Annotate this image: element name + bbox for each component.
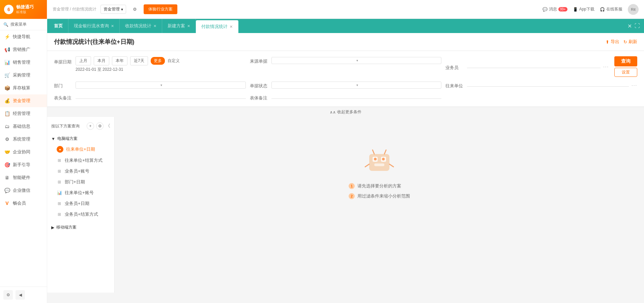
tab-close-receivables[interactable]: ✕	[153, 24, 156, 28]
query-btn[interactable]: 查询	[614, 56, 637, 66]
tab-maximize-btn[interactable]: ⛶	[635, 23, 640, 29]
user-avatar[interactable]: Rit	[628, 4, 639, 15]
body-note-filter: 表体备注	[250, 93, 442, 101]
source-label: 来源单据	[250, 56, 269, 64]
trial-btn[interactable]: 体验行业方案	[144, 4, 177, 14]
sidebar-item-system[interactable]: ⚙ 系统管理	[0, 133, 47, 146]
add-scheme-btn[interactable]: +	[87, 122, 94, 130]
messages-btn[interactable]: 💬 消息 99+	[543, 6, 567, 12]
body-note-label: 表体备注	[250, 93, 269, 101]
sidebar-item-beginner[interactable]: 🎯 新手引导	[0, 158, 47, 171]
empty-illustration	[362, 144, 396, 178]
sidebar-item-purchase[interactable]: 🛒 采购管理	[0, 69, 47, 82]
tab-receivables[interactable]: 收款情况统计 ✕	[120, 19, 162, 33]
sidebar-item-member[interactable]: V 畅会员	[0, 197, 47, 210]
pc-section-arrow-icon: ▼	[51, 137, 55, 141]
funds-icon: 💰	[4, 98, 10, 104]
empty-tip-2: 2 用过滤条件来缩小分析范围	[349, 192, 410, 201]
topbar-actions: 💬 消息 99+ 📱 App下载 🎧 在线客服 Rit	[543, 4, 639, 15]
table-icon-5: ⊞	[57, 212, 62, 217]
refresh-btn[interactable]: ↻ 刷新	[623, 39, 637, 45]
sidebar-item-operations[interactable]: 📋 经营管理	[0, 107, 47, 120]
sidebar-item-basic-info[interactable]: 🗂 基础信息	[0, 120, 47, 133]
scheme-item-salesperson-account[interactable]: ⊞ 业务员+账号	[47, 166, 114, 177]
collapse-more-btn[interactable]: ∧∧ 收起更多条件	[47, 107, 644, 117]
tab-home[interactable]: 首页	[49, 19, 68, 33]
sidebar-settings-btn[interactable]: ⚙	[3, 290, 13, 300]
export-btn[interactable]: ⬆ 导出	[606, 39, 619, 45]
body-note-input[interactable]	[271, 96, 442, 99]
date-7days-btn[interactable]: 近7天	[130, 56, 148, 65]
mobile-section-title[interactable]: ▶ 移动端方案	[47, 222, 114, 232]
date-label: 单据日期	[54, 57, 73, 65]
tab-close-payments[interactable]: ✕	[230, 25, 233, 29]
date-range-display: 2022-01-01 至 2022-12-31	[76, 67, 123, 72]
date-this-year-btn[interactable]: 本年	[112, 56, 127, 65]
svg-line-5	[384, 150, 386, 154]
left-panel-header-actions: + ⚙ 《	[87, 122, 110, 130]
dept-label: 部门	[54, 81, 73, 89]
sidebar-item-enterprise[interactable]: 🤝 企业协同	[0, 146, 47, 158]
tab-payments[interactable]: 付款情况统计 ✕	[196, 20, 238, 33]
sidebar-item-marketing[interactable]: 📢 营销推广	[0, 43, 47, 56]
head-note-label: 表头备注	[54, 93, 73, 101]
counterpart-dots[interactable]: ···	[632, 83, 637, 88]
mobile-scheme-section: ▶ 移动端方案	[47, 221, 114, 234]
sidebar-item-inventory[interactable]: 📦 库存核算	[0, 82, 47, 94]
source-select-arrow-icon: ▾	[356, 59, 438, 62]
date-last-month-btn[interactable]: 上月	[76, 56, 91, 65]
sidebar-item-wechat[interactable]: 💬 企业微信	[0, 184, 47, 197]
salesperson-dots[interactable]: ···	[603, 64, 609, 69]
logo-icon: 6	[4, 5, 13, 14]
scheme-item-salesperson-date[interactable]: ⊞ 业务员+日期	[47, 198, 114, 209]
sidebar-item-sales[interactable]: 📊 销售管理	[0, 56, 47, 69]
salesperson-input[interactable]	[467, 65, 601, 68]
sidebar-item-smart-hw[interactable]: 🖥 智能硬件	[0, 171, 47, 184]
svg-line-4	[373, 150, 374, 154]
source-select[interactable]: ▾	[271, 57, 442, 64]
panel-collapse-btn[interactable]: 《	[106, 123, 110, 129]
counterpart-input[interactable]	[467, 84, 629, 87]
main-body: 按以下方案查询 + ⚙ 《 ▼ 电脑端方案 ●	[47, 117, 644, 293]
salesperson-filter: 业务员 ··· 查询 设置	[445, 56, 637, 77]
search-menu[interactable]: 🔍 搜索菜单	[0, 19, 47, 30]
topbar-settings-btn[interactable]: ⚙	[130, 5, 140, 14]
head-note-input[interactable]	[76, 96, 246, 99]
online-support-btn[interactable]: 🎧 在线客服	[600, 6, 622, 12]
app-download-btn[interactable]: 📱 App下载	[573, 6, 594, 12]
tab-close-new-scheme[interactable]: ✕	[187, 24, 190, 28]
svg-point-8	[374, 158, 377, 160]
scheme-item-salesperson-settle[interactable]: ⊞ 业务员+结算方式	[47, 209, 114, 220]
sidebar-nav: ⚡ 快捷导航 📢 营销推广 📊 销售管理 🛒 采购管理 📦 库存核算 💰 资金管…	[0, 30, 47, 286]
counterpart-filter: 往来单位 ···	[445, 81, 637, 89]
empty-state: 1 请先选择要分析的方案 2 用过滤条件来缩小分析范围	[115, 117, 644, 228]
tab-cash-bank[interactable]: 现金银行流水查询 ✕	[68, 19, 120, 33]
date-more-btn[interactable]: 更多	[151, 57, 165, 65]
sidebar-collapse-btn[interactable]: ◀	[16, 290, 25, 300]
pc-section-title[interactable]: ▼ 电脑端方案	[47, 134, 114, 144]
scheme-item-counterpart-account[interactable]: 📊 往来单位+账号	[47, 187, 114, 198]
doc-status-arrow-icon: ▾	[356, 83, 438, 87]
scheme-item-counterpart-settle[interactable]: ⊞ 往来单位+结算方式	[47, 155, 114, 166]
sidebar-item-funds[interactable]: 💰 资金管理	[0, 94, 47, 107]
date-this-month-btn[interactable]: 本月	[94, 56, 109, 65]
basic-info-icon: 🗂	[4, 123, 10, 129]
doc-status-select[interactable]: ▾	[271, 82, 442, 89]
head-note-filter: 表头备注	[54, 93, 246, 101]
sidebar-item-quick-nav[interactable]: ⚡ 快捷导航	[0, 30, 47, 43]
dept-select[interactable]: ▾	[76, 82, 246, 89]
topbar-dropdown[interactable]: 资金管理 ▾	[100, 5, 126, 14]
tab-close-all-btn[interactable]: ✕	[627, 23, 632, 29]
logo-text: 畅捷通巧 标准版	[16, 4, 34, 14]
tab-new-scheme[interactable]: 新建方案 ✕	[162, 19, 196, 33]
scheme-item-counterpart-date[interactable]: ● 往来单位+日期	[47, 144, 114, 155]
scheme-item-dept-date[interactable]: ⊞ 部门+日期	[47, 177, 114, 187]
table-icon-1: ⊞	[57, 158, 62, 163]
scheme-settings-btn[interactable]: ⚙	[96, 122, 104, 130]
topbar: 资金管理 / 付款情况统计 资金管理 ▾ ⚙ 体验行业方案 💬 消息 99+ 📱…	[47, 0, 644, 19]
main-area: 资金管理 / 付款情况统计 资金管理 ▾ ⚙ 体验行业方案 💬 消息 99+ 📱…	[47, 0, 644, 303]
doc-status-label: 单据状态	[250, 81, 269, 89]
salesperson-label: 业务员	[445, 63, 464, 71]
tab-close-cash-bank[interactable]: ✕	[111, 24, 114, 28]
settings-btn[interactable]: 设置	[614, 68, 637, 77]
